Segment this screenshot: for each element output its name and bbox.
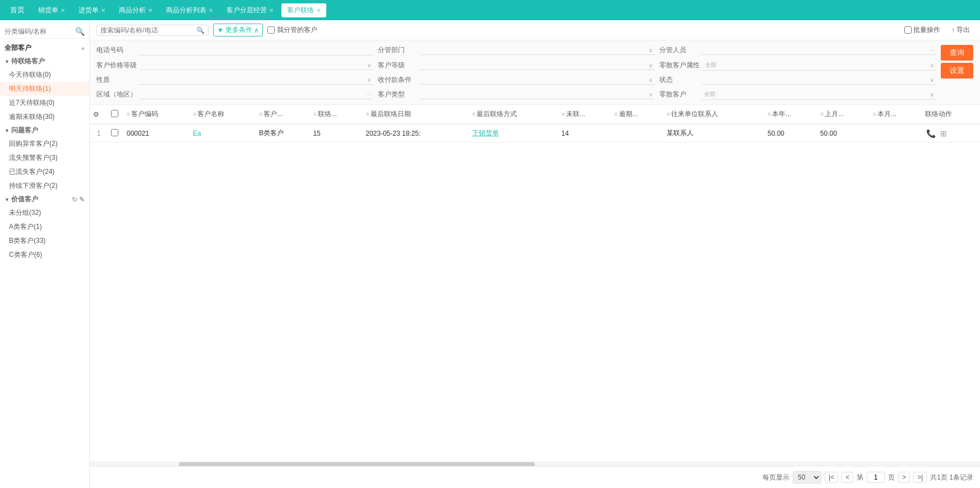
filter-manager-select[interactable]: ··· bbox=[702, 46, 936, 55]
sidebar-item-class-a[interactable]: A类客户(1) bbox=[0, 220, 89, 234]
sidebar-item-today-pending[interactable]: 今天待联络(0) bbox=[0, 68, 89, 82]
next-page-btn[interactable]: > bbox=[898, 472, 910, 483]
batch-ops-btn[interactable]: 批量操作 bbox=[901, 24, 944, 36]
filter-status-select[interactable]: ∨ bbox=[702, 76, 936, 85]
close-customer-contact[interactable]: ✕ bbox=[316, 7, 321, 13]
my-customers-checkbox[interactable]: 我分管的客户 bbox=[267, 25, 317, 35]
th-actions: 联络动作 bbox=[922, 105, 980, 124]
th-checkbox[interactable] bbox=[108, 105, 123, 124]
export-btn[interactable]: ↑ 导出 bbox=[948, 24, 973, 36]
row-related-contact: 某联系人 bbox=[663, 124, 764, 142]
close-sales-order[interactable]: ✕ bbox=[61, 7, 65, 13]
row-actions: 📞 ⊞ bbox=[922, 124, 980, 142]
row-overdue bbox=[611, 124, 663, 142]
filter-retail-attr-select[interactable]: 全部 ∨ bbox=[703, 60, 936, 71]
row-checkbox[interactable] bbox=[108, 124, 123, 142]
row-name[interactable]: Ea bbox=[189, 124, 256, 142]
page-size-select[interactable]: 50 100 bbox=[793, 471, 821, 484]
sidebar-collapse-icon[interactable]: « bbox=[81, 45, 85, 52]
close-customer-tier[interactable]: ✕ bbox=[269, 7, 274, 13]
nav-home[interactable]: 首页 bbox=[4, 3, 30, 17]
close-product-analysis[interactable]: ✕ bbox=[148, 7, 152, 13]
sidebar-item-overdue-pending[interactable]: 逾期未联络(30) bbox=[0, 110, 89, 124]
batch-ops-check[interactable] bbox=[904, 26, 912, 34]
sidebar-item-declining[interactable]: 持续下滑客户(2) bbox=[0, 179, 89, 193]
table-header-row: ⚙ ≡客户编码 ≡客户名称 ≡客户... ≡联络... ≡最后联络日期 ≡最后联… bbox=[90, 105, 980, 124]
query-button[interactable]: 查询 bbox=[941, 45, 973, 61]
sidebar-group-pending[interactable]: ▼ 待联络客户 bbox=[0, 55, 89, 68]
filter-dept-select[interactable]: ∨ bbox=[420, 46, 655, 55]
sidebar-item-tomorrow-pending[interactable]: 明天待联络(1) bbox=[0, 82, 89, 96]
filter-retail-customer-select[interactable]: 全部 ∨ bbox=[702, 89, 936, 100]
sidebar-item-repurchase-abnormal[interactable]: 回购异常客户(2) bbox=[0, 137, 89, 151]
filter-customer-level: 客户等级 ∨ bbox=[378, 61, 655, 70]
value-group-edit-icon[interactable]: ✎ bbox=[79, 196, 85, 204]
page-size-label: 每页显示 bbox=[762, 473, 789, 482]
last-page-btn[interactable]: >| bbox=[913, 472, 927, 483]
value-group-refresh-icon[interactable]: ↻ bbox=[72, 196, 77, 204]
set-button[interactable]: 设置 bbox=[941, 63, 973, 79]
prev-page-btn[interactable]: < bbox=[842, 472, 853, 483]
nav-product-analysis-list[interactable]: 商品分析列表 ✕ bbox=[160, 3, 219, 17]
sidebar-item-ungrouped[interactable]: 未分组(32) bbox=[0, 206, 89, 220]
filter-manager-label: 分管人员 bbox=[659, 45, 699, 55]
filter-customer-type-select[interactable]: ∨ bbox=[420, 90, 655, 99]
select-all-checkbox[interactable] bbox=[111, 110, 118, 117]
row-not-contacted: 14 bbox=[558, 124, 611, 142]
sidebar-group-problem[interactable]: ▼ 问题客户 bbox=[0, 124, 89, 137]
sidebar-item-churn-warning[interactable]: 流失预警客户(3) bbox=[0, 151, 89, 165]
sidebar-search-icon[interactable]: 🔍 bbox=[75, 27, 85, 36]
filter-customer-level-select[interactable]: ∨ bbox=[420, 61, 655, 70]
main-layout: 🔍 全部客户 « ▼ 待联络客户 今天待联络(0) 明天待联络(1) 近7天待联… bbox=[0, 20, 980, 488]
page-input[interactable] bbox=[867, 472, 885, 483]
search-box[interactable]: 🔍 bbox=[96, 25, 209, 36]
th-last-contact-way: ≡最后联络方式 bbox=[469, 105, 558, 124]
more-conditions-btn[interactable]: ▼ 更多条件 ∧ bbox=[213, 24, 263, 36]
filter-nature-label: 性质 bbox=[96, 75, 136, 85]
filter-price-level-select[interactable]: ∨ bbox=[140, 61, 373, 70]
nav-customer-tier[interactable]: 客户分层经营 ✕ bbox=[221, 3, 279, 17]
filter-phone-input[interactable] bbox=[139, 45, 373, 56]
filter-nature-select[interactable]: ∨ bbox=[139, 76, 373, 85]
th-code: ≡客户编码 bbox=[123, 105, 189, 124]
phone-action-icon[interactable]: 📞 bbox=[926, 129, 936, 138]
sidebar-search-box[interactable]: 🔍 bbox=[0, 25, 89, 39]
page-unit: 页 bbox=[888, 473, 895, 482]
horizontal-scrollbar[interactable] bbox=[90, 462, 980, 466]
grid-action-icon[interactable]: ⊞ bbox=[940, 129, 947, 138]
sidebar-item-churned[interactable]: 已流失客户(24) bbox=[0, 165, 89, 179]
filter-row-2: 客户价格等级 ∨ 客户等级 ∨ bbox=[96, 60, 936, 71]
search-icon[interactable]: 🔍 bbox=[196, 26, 205, 34]
sidebar-group-value[interactable]: ▼ 价值客户 ↻ ✎ bbox=[0, 193, 89, 206]
row-select-checkbox[interactable] bbox=[111, 129, 118, 136]
filter-dept-label: 分管部门 bbox=[378, 45, 417, 55]
filter-icon: ▼ bbox=[217, 26, 224, 34]
search-input[interactable] bbox=[100, 26, 196, 34]
table-row: 1 000021 Ea B类客户 15 2023-05-23 18:25: 下销… bbox=[90, 124, 980, 142]
sidebar-search-input[interactable] bbox=[4, 27, 75, 35]
first-page-btn[interactable]: |< bbox=[825, 472, 838, 483]
filter-payment-label: 收付款条件 bbox=[378, 75, 417, 85]
sidebar-all-customers[interactable]: 全部客户 « bbox=[0, 41, 89, 55]
filter-payment-select[interactable]: ∨ bbox=[420, 76, 655, 85]
sidebar-item-7day-pending[interactable]: 近7天待联络(0) bbox=[0, 96, 89, 110]
sidebar-item-class-b[interactable]: B类客户(33) bbox=[0, 234, 89, 248]
close-product-analysis-list[interactable]: ✕ bbox=[209, 7, 213, 13]
sidebar: 🔍 全部客户 « ▼ 待联络客户 今天待联络(0) 明天待联络(1) 近7天待联… bbox=[0, 20, 90, 488]
close-purchase-order[interactable]: ✕ bbox=[101, 7, 105, 13]
nav-customer-contact[interactable]: 客户联络 ✕ bbox=[281, 3, 326, 17]
nav-product-analysis[interactable]: 商品分析 ✕ bbox=[113, 3, 158, 17]
th-last-contact-date: ≡最后联络日期 bbox=[362, 105, 469, 124]
sidebar-item-class-c[interactable]: C类客户(6) bbox=[0, 248, 89, 262]
filter-nature: 性质 ∨ bbox=[96, 75, 373, 85]
filter-row-4: 区域（地区） ··· 客户类型 ∨ bbox=[96, 89, 936, 100]
row-last-contact-way[interactable]: 下销货单 bbox=[469, 124, 558, 142]
customer-table-container: ⚙ ≡客户编码 ≡客户名称 ≡客户... ≡联络... ≡最后联络日期 ≡最后联… bbox=[90, 105, 980, 462]
nav-sales-order[interactable]: 销货单 ✕ bbox=[33, 3, 71, 17]
th-settings[interactable]: ⚙ bbox=[90, 105, 108, 124]
settings-icon[interactable]: ⚙ bbox=[93, 111, 99, 118]
filter-bar: 🔍 ▼ 更多条件 ∧ 我分管的客户 批量操作 ↑ 导出 bbox=[90, 20, 980, 40]
my-customers-check[interactable] bbox=[267, 26, 275, 34]
nav-purchase-order[interactable]: 进货单 ✕ bbox=[73, 3, 111, 17]
filter-region-select[interactable]: ··· bbox=[140, 90, 373, 99]
